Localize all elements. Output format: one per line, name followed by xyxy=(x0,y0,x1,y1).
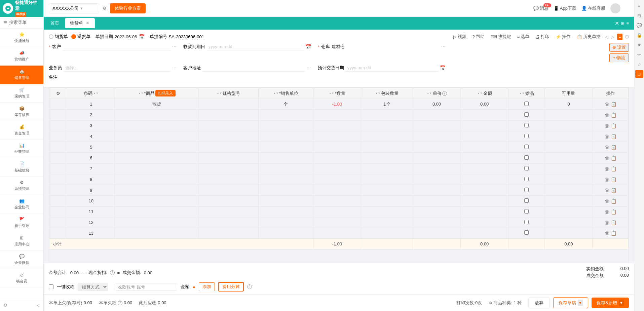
gift-checkbox[interactable] xyxy=(524,188,529,192)
action-btn[interactable]: ⚡ 操作 xyxy=(554,33,572,40)
copy-icon[interactable]: 📋 xyxy=(611,102,616,107)
right-icon-grid[interactable]: ⊞ xyxy=(635,11,643,20)
tab-expand-icon[interactable]: ✕ xyxy=(615,20,619,27)
gift-checkbox[interactable] xyxy=(524,112,529,117)
history-btn[interactable]: 📋 历史单据 xyxy=(575,33,602,40)
collapse-icon[interactable]: ◁ xyxy=(37,303,40,308)
debt-info-icon[interactable]: ? xyxy=(118,301,122,305)
gift-checkbox[interactable] xyxy=(524,123,529,127)
sidebar-item-sales[interactable]: 🏠 销售管理 xyxy=(0,66,43,84)
gift-checkbox[interactable] xyxy=(524,155,529,160)
sidebar-item-appcenter[interactable]: ⊞ 应用中心 xyxy=(0,232,43,250)
sidebar-item-finance[interactable]: 💰 资金管理 xyxy=(0,121,43,140)
notes-input[interactable] xyxy=(64,74,629,81)
address-dots[interactable]: ··· xyxy=(307,65,311,71)
gift-checkbox[interactable] xyxy=(524,145,529,149)
experience-button[interactable]: 体验行业方案 xyxy=(110,3,146,13)
header-gear-icon[interactable]: ⚙ xyxy=(103,6,107,11)
sidebar-item-member[interactable]: ◇ 畅会员 xyxy=(0,269,43,287)
expected-delivery-calendar-icon[interactable]: 📅 xyxy=(440,65,446,71)
gift-checkbox[interactable] xyxy=(524,220,529,224)
copy-icon[interactable]: 📋 xyxy=(611,230,616,236)
sidebar-item-operations[interactable]: 📊 经营管理 xyxy=(0,140,43,158)
gift-checkbox[interactable] xyxy=(524,177,529,181)
nav-prev-icon[interactable]: ◁ xyxy=(605,34,608,39)
copy-icon[interactable]: 📋 xyxy=(611,188,616,193)
delete-icon[interactable]: 🗑 xyxy=(605,177,609,182)
copy-icon[interactable]: 📋 xyxy=(611,112,616,118)
customer-input[interactable] xyxy=(63,43,171,50)
delete-icon[interactable]: 🗑 xyxy=(605,134,609,139)
copy-icon[interactable]: 📋 xyxy=(611,220,616,225)
shortcut-btn[interactable]: ⌨ 快捷键 xyxy=(489,33,513,40)
save-draft-button[interactable]: 保存草稿 ▾ xyxy=(553,297,588,308)
settings-button[interactable]: ⊕ 设置 xyxy=(609,43,629,52)
sidebar-item-wechat[interactable]: 💬 企业微信 xyxy=(0,250,43,269)
calendar-icon[interactable]: 📅 xyxy=(139,34,145,39)
delete-icon[interactable]: 🗑 xyxy=(605,112,609,118)
logistics-button[interactable]: + 物流 xyxy=(609,53,629,62)
discount-info-icon[interactable]: ? xyxy=(110,270,115,275)
print-btn[interactable]: 🖨 打印 xyxy=(534,33,551,40)
delete-icon[interactable]: 🗑 xyxy=(605,102,609,107)
online-service-link[interactable]: 👤 在线客服 xyxy=(581,5,605,11)
settings-bottom-icon[interactable]: ⚙ xyxy=(3,303,7,308)
app-download-link[interactable]: 📱 App下载 xyxy=(554,5,576,11)
copy-icon[interactable]: 📋 xyxy=(611,209,616,215)
copy-icon[interactable]: 📋 xyxy=(611,155,616,161)
gift-checkbox[interactable] xyxy=(524,166,529,170)
sidebar-item-marketing[interactable]: 📣 营销推广 xyxy=(0,47,43,66)
copy-icon[interactable]: 📋 xyxy=(611,123,616,128)
tab-home[interactable]: 首页 xyxy=(45,18,64,28)
user-avatar[interactable] xyxy=(610,3,620,13)
right-icon-lock[interactable]: 🔒 xyxy=(635,31,643,39)
scan-button[interactable]: 扫码录入 xyxy=(155,90,176,96)
customer-dots[interactable]: ··· xyxy=(172,44,177,50)
customer-address-input[interactable] xyxy=(202,64,305,72)
one-click-pay-checkbox[interactable] xyxy=(49,284,53,289)
delete-icon[interactable]: 🗑 xyxy=(605,198,609,204)
copy-icon[interactable]: 📋 xyxy=(611,145,616,150)
gift-checkbox[interactable] xyxy=(524,134,529,138)
right-icon-star-fill[interactable]: ★ xyxy=(635,41,643,49)
save-new-chevron[interactable]: ▾ xyxy=(619,300,624,306)
due-date-input[interactable] xyxy=(207,43,304,50)
due-date-calendar-icon[interactable]: 📅 xyxy=(305,44,311,49)
tab-sales-order[interactable]: 销货单 ✕ xyxy=(65,18,95,28)
right-icon-orange-box[interactable]: □ xyxy=(635,70,643,78)
company-selector[interactable]: XXXXXX公司 ▾ xyxy=(49,3,99,13)
video-btn[interactable]: ▷ 视频 xyxy=(452,33,468,40)
radio-return[interactable]: 退货单 xyxy=(71,34,90,40)
gift-checkbox[interactable] xyxy=(524,102,529,106)
view-list-icon[interactable]: ≡ xyxy=(617,34,622,40)
th-settings[interactable]: ⚙ xyxy=(49,88,67,99)
right-icon-edit[interactable]: ✏ xyxy=(635,50,643,59)
delete-icon[interactable]: 🗑 xyxy=(605,230,609,236)
copy-icon[interactable]: 📋 xyxy=(611,134,616,139)
tab-grid-icon[interactable]: ⊞ xyxy=(621,21,624,26)
copy-icon[interactable]: 📋 xyxy=(611,177,616,182)
salesperson-dots[interactable]: ··· xyxy=(172,65,177,71)
expense-split-button[interactable]: 费用分摊 xyxy=(218,282,244,291)
save-draft-chevron[interactable]: ▾ xyxy=(578,300,583,306)
delete-icon[interactable]: 🗑 xyxy=(605,155,609,161)
message-button[interactable]: 💬 消息 99+ xyxy=(533,5,548,11)
tab-list-icon[interactable]: ≡ xyxy=(626,21,629,26)
tab-close-icon[interactable]: ✕ xyxy=(85,21,90,26)
delete-icon[interactable]: 🗑 xyxy=(605,166,609,171)
sidebar-item-enterprise[interactable]: 👥 企业协同 xyxy=(0,195,43,213)
delete-icon[interactable]: 🗑 xyxy=(605,209,609,215)
expected-delivery-input[interactable] xyxy=(346,64,438,72)
sidebar-item-system[interactable]: ⚙ 系统管理 xyxy=(0,177,43,195)
delete-icon[interactable]: 🗑 xyxy=(605,123,609,128)
add-payment-button[interactable]: 添加 xyxy=(199,282,215,291)
select-btn[interactable]: ≡ 选单 xyxy=(516,33,531,40)
sidebar-item-inventory[interactable]: 📦 库存核算 xyxy=(0,103,43,121)
salesperson-input[interactable] xyxy=(64,64,171,72)
gift-checkbox[interactable] xyxy=(524,198,529,203)
radio-sale[interactable]: 销货单 xyxy=(49,34,68,40)
sidebar-item-guide[interactable]: 🚩 新手引导 xyxy=(0,213,43,232)
payment-method-select[interactable]: 结算方式 xyxy=(78,283,108,291)
price-info-icon[interactable]: ? xyxy=(442,91,447,96)
gift-checkbox[interactable] xyxy=(524,209,529,213)
